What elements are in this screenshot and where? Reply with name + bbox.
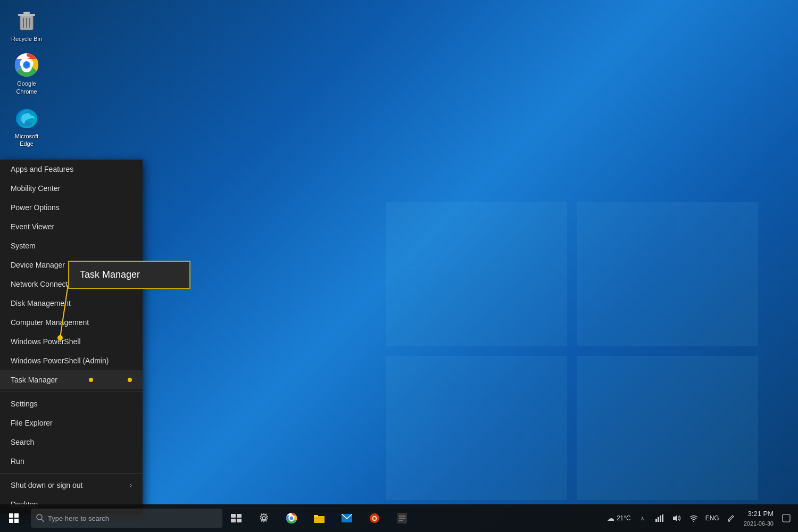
network-status-icon [655,514,664,522]
svg-rect-13 [9,513,13,518]
desktop-icon-google-chrome[interactable]: Google Chrome [5,50,48,97]
network-icon[interactable] [652,511,667,526]
menu-item-event-viewer[interactable]: Event Viewer [0,217,143,236]
menu-item-file-explorer[interactable]: File Explorer [0,413,143,433]
svg-rect-1 [18,14,35,16]
svg-rect-16 [14,519,19,523]
menu-item-shut-down-sign-out[interactable]: Shut down or sign out › [0,476,143,495]
taskbar-mail-button[interactable] [333,504,361,532]
file-explorer-icon [314,513,325,523]
notes-icon [397,513,407,523]
svg-rect-22 [237,519,242,522]
language-label: ENG [705,514,719,522]
volume-status-icon [672,514,681,522]
svg-marker-40 [673,515,677,521]
svg-point-23 [262,517,265,520]
desktop: Recycle Bin Google Chrome [0,0,798,532]
tooltip-label: Task Manager [80,269,140,280]
office-icon: O [369,513,380,523]
taskbar-search-placeholder: Type here to search [48,514,109,522]
date-display: 2021-06-30 [744,519,774,528]
menu-item-search[interactable]: Search [0,433,143,452]
svg-rect-36 [655,519,657,522]
taskbar-chrome-button[interactable] [278,504,305,532]
menu-item-power-options[interactable]: Power Options [0,198,143,217]
svg-rect-14 [14,513,19,518]
svg-point-9 [24,62,29,68]
svg-rect-15 [9,519,13,523]
start-icon [9,513,19,523]
svg-rect-2 [23,12,30,14]
wifi-status-icon [689,514,698,522]
task-manager-dot [89,378,93,382]
volume-icon[interactable] [669,511,684,526]
svg-point-26 [290,517,293,520]
edge-label: Microsoft Edge [7,132,46,148]
menu-item-run[interactable]: Run [0,452,143,471]
menu-divider-1 [0,392,143,392]
pen-icon[interactable] [724,511,738,526]
language-indicator[interactable]: ENG [703,511,721,526]
chrome-icon [14,52,39,78]
taskbar-chrome-icon [286,512,297,524]
svg-text:O: O [372,515,377,522]
task-view-icon [231,514,242,522]
show-hidden-icons-button[interactable]: ∧ [635,511,650,526]
svg-rect-19 [231,514,236,518]
edge-icon [14,105,39,130]
taskbar-task-view-button[interactable] [222,504,250,532]
svg-point-41 [693,521,694,522]
svg-line-18 [41,519,44,522]
settings-icon [259,513,269,523]
menu-item-system[interactable]: System [0,236,143,255]
task-manager-tooltip: Task Manager [68,261,190,289]
taskbar-system-tray: ☁ 21°C ∧ [605,509,798,528]
mail-icon [342,514,352,522]
menu-item-task-manager[interactable]: Task Manager [0,370,143,389]
menu-divider-2 [0,473,143,473]
menu-item-windows-powershell[interactable]: Windows PowerShell [0,332,143,351]
windows-logo-watermark [386,202,758,500]
svg-rect-28 [314,515,318,517]
notification-button[interactable] [779,511,794,526]
svg-rect-38 [660,516,661,522]
wifi-icon[interactable] [686,511,701,526]
taskbar: Type here to search [0,504,798,532]
context-menu: Apps and Features Mobility Center Power … [0,160,143,514]
menu-item-computer-management[interactable]: Computer Management [0,313,143,332]
svg-rect-39 [662,514,663,522]
start-button[interactable] [0,504,28,532]
chrome-label: Google Chrome [7,80,46,95]
desktop-icon-microsoft-edge[interactable]: Microsoft Edge [5,103,48,150]
menu-item-mobility-center[interactable]: Mobility Center [0,179,143,198]
svg-point-17 [37,514,42,520]
svg-rect-37 [658,517,659,522]
desktop-icon-recycle-bin[interactable]: Recycle Bin [5,5,48,45]
menu-item-settings[interactable]: Settings [0,394,143,413]
svg-rect-44 [783,514,790,522]
notification-icon [782,514,791,522]
recycle-bin-icon [14,7,39,33]
weather-widget[interactable]: ☁ 21°C [605,511,633,526]
taskbar-notes-button[interactable] [388,504,416,532]
time-display: 3:21 PM [744,509,774,519]
taskbar-file-explorer-button[interactable] [305,504,333,532]
svg-rect-21 [231,519,236,522]
menu-item-disk-management[interactable]: Disk Management [0,294,143,313]
submenu-arrow-icon: › [130,481,132,489]
taskbar-search-icon [36,514,45,522]
weather-icon: ☁ [607,514,614,522]
datetime-display[interactable]: 3:21 PM 2021-06-30 [741,509,777,528]
weather-temp: 21°C [617,514,631,522]
pen-status-icon [727,514,735,522]
taskbar-settings-button[interactable] [250,504,278,532]
recycle-bin-label: Recycle Bin [11,35,42,43]
taskbar-office-button[interactable]: O [361,504,388,532]
taskbar-search[interactable]: Type here to search [31,509,222,528]
svg-rect-20 [237,514,242,518]
menu-item-apps-features[interactable]: Apps and Features [0,160,143,179]
menu-item-windows-powershell-admin[interactable]: Windows PowerShell (Admin) [0,351,143,370]
desktop-icons-area: Recycle Bin Google Chrome [5,5,48,149]
